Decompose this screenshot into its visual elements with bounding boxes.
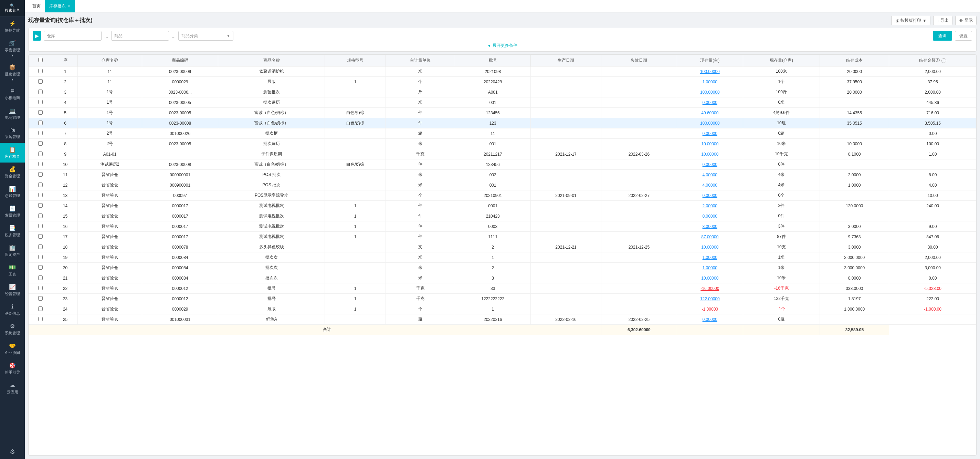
cell-qty-main[interactable]: 0.00000 (677, 128, 743, 139)
sidebar-item-purchase[interactable]: 🛍 采购管理 (0, 124, 25, 143)
tab-inventory-batch[interactable]: 库存批次 ✕ (45, 0, 75, 13)
row-checkbox[interactable] (38, 141, 43, 146)
sidebar-item-inventory[interactable]: 📋 库存核查 (0, 143, 25, 163)
payroll-icon: 💵 (9, 264, 16, 271)
sidebar-item-fixed-assets[interactable]: 🏢 固定资产 (0, 241, 25, 261)
cell-product-name: 批次遍历 (218, 139, 325, 149)
cell-qty-main[interactable]: 3.00000 (677, 222, 743, 232)
cell-spec (325, 242, 385, 252)
row-checkbox[interactable] (38, 131, 43, 135)
sidebar-item-small-ecom[interactable]: 🖥 小板电商 (0, 85, 25, 104)
cell-qty-main[interactable]: -16.00000 (677, 284, 743, 294)
sidebar-item-assets[interactable]: 💰 资金管理 (0, 163, 25, 182)
row-checkbox[interactable] (38, 234, 43, 239)
row-checkbox[interactable] (38, 183, 43, 187)
show-button[interactable]: 👁 显示 (955, 16, 977, 25)
cell-qty-main[interactable]: 49.60000 (677, 108, 743, 118)
expand-button[interactable]: ▼ 展开更多条件 (487, 43, 518, 49)
cell-unit-cost: 20.0000 (820, 87, 889, 97)
cell-qty-main[interactable]: 0.00000 (677, 314, 743, 325)
row-checkbox[interactable] (38, 214, 43, 218)
select-all-checkbox[interactable] (38, 58, 43, 62)
sidebar-item-ecom[interactable]: 💻 电商管理 (0, 104, 25, 124)
dots2[interactable]: ... (172, 33, 176, 38)
row-checkbox[interactable] (38, 89, 43, 94)
cell-qty-main[interactable]: 2.00000 (677, 201, 743, 211)
tab-home[interactable]: 首页 (28, 0, 45, 13)
cell-qty-main[interactable]: 4.00000 (677, 180, 743, 190)
sidebar-settings[interactable]: ⚙ (0, 445, 25, 459)
warehouse-filter[interactable] (44, 31, 102, 41)
product-filter[interactable] (111, 31, 169, 41)
cell-qty-main[interactable]: 0.00000 (677, 211, 743, 222)
row-checkbox[interactable] (38, 306, 43, 311)
cell-qty-main[interactable]: 10.00000 (677, 139, 743, 149)
row-checkbox[interactable] (38, 265, 43, 269)
cell-qty-main[interactable]: 10.00000 (677, 242, 743, 252)
cell-qty-main[interactable]: 1.00000 (677, 77, 743, 87)
tab-close-icon[interactable]: ✕ (68, 4, 70, 8)
row-checkbox[interactable] (38, 110, 43, 115)
sidebar-item-tax[interactable]: 📑 税务管理 (0, 222, 25, 241)
sidebar-item-collab[interactable]: 🤝 企业协同 (0, 339, 25, 359)
row-checkbox[interactable] (38, 193, 43, 197)
cell-qty-store: 122千克 (743, 294, 819, 304)
row-checkbox[interactable] (38, 224, 43, 228)
filter-expand-row: ▼ 展开更多条件 (33, 41, 972, 49)
cell-qty-main[interactable]: 0.00000 (677, 159, 743, 170)
print-button[interactable]: 🖨 按模版打印 ▼ (891, 16, 931, 25)
export-button[interactable]: ↑ 导出 (933, 16, 953, 25)
sidebar-item-cloud[interactable]: ☁ 云应用 (0, 378, 25, 398)
warehouse-input[interactable] (47, 33, 99, 38)
cell-qty-main[interactable]: 100.00000 (677, 67, 743, 77)
sidebar-item-quick-nav[interactable]: ⚡ 快捷导航 (0, 17, 25, 37)
cell-qty-main[interactable]: 100.00000 (677, 118, 743, 128)
cell-qty-main[interactable]: -1.00000 (677, 304, 743, 314)
cell-qty-main[interactable]: 122.00000 (677, 294, 743, 304)
cell-qty-main[interactable]: 1.00000 (677, 252, 743, 263)
row-checkbox[interactable] (38, 317, 43, 321)
row-checkbox[interactable] (38, 121, 43, 125)
sidebar-item-batch[interactable]: 📦 批发管理 ▼ (0, 61, 25, 85)
cell-spec (325, 252, 385, 263)
sidebar-item-payroll[interactable]: 💵 工资 (0, 261, 25, 280)
sidebar-item-general[interactable]: 📊 总账管理 (0, 182, 25, 202)
row-checkbox[interactable] (38, 203, 43, 208)
filter-expand-arrow[interactable]: ▶ (33, 31, 41, 41)
row-checkbox[interactable] (38, 255, 43, 259)
row-checkbox[interactable] (38, 276, 43, 280)
row-checkbox[interactable] (38, 69, 43, 73)
cell-qty-main[interactable]: 100.00000 (677, 87, 743, 97)
sidebar-item-basic[interactable]: ℹ 基础信息 (0, 300, 25, 320)
cell-qty-main[interactable]: 87.00000 (677, 232, 743, 242)
sidebar-item-retail[interactable]: 🛒 零售管理 ▼ (0, 37, 25, 61)
sidebar-search[interactable]: 🔍 搜索菜单 (0, 0, 25, 17)
cell-qty-main[interactable]: 10.00000 (677, 273, 743, 284)
sidebar-item-label: 发票管理 (5, 213, 20, 218)
total-cost-info-icon[interactable]: i (942, 58, 946, 63)
category-filter[interactable]: 商品分类 ▼ (178, 31, 233, 41)
sidebar-item-newbie[interactable]: 🎯 新手引导 (0, 359, 25, 378)
product-input[interactable] (114, 33, 166, 38)
cell-qty-main[interactable]: 0.00000 (677, 190, 743, 201)
col-checkbox[interactable] (29, 55, 52, 67)
set-button[interactable]: 设置 (955, 31, 972, 41)
row-checkbox[interactable] (38, 244, 43, 249)
row-checkbox[interactable] (38, 79, 43, 84)
row-checkbox[interactable] (38, 286, 43, 290)
row-checkbox[interactable] (38, 100, 43, 104)
sidebar-item-system[interactable]: ⚙ 系统管理 (0, 320, 25, 339)
cell-qty-main[interactable]: 1.00000 (677, 263, 743, 273)
dots1[interactable]: ... (104, 33, 108, 38)
cell-unit-cost (820, 128, 889, 139)
cell-qty-main[interactable]: 4.00000 (677, 170, 743, 180)
row-checkbox[interactable] (38, 172, 43, 177)
cell-qty-main[interactable]: 10.00000 (677, 149, 743, 159)
sidebar-item-ops[interactable]: 📈 经营管理 (0, 280, 25, 300)
cell-qty-main[interactable]: 0.00000 (677, 97, 743, 108)
search-button[interactable]: 查询 (933, 31, 952, 41)
row-checkbox[interactable] (38, 296, 43, 301)
sidebar-item-invoice[interactable]: 🧾 发票管理 (0, 202, 25, 222)
row-checkbox[interactable] (38, 162, 43, 166)
row-checkbox[interactable] (38, 151, 43, 156)
